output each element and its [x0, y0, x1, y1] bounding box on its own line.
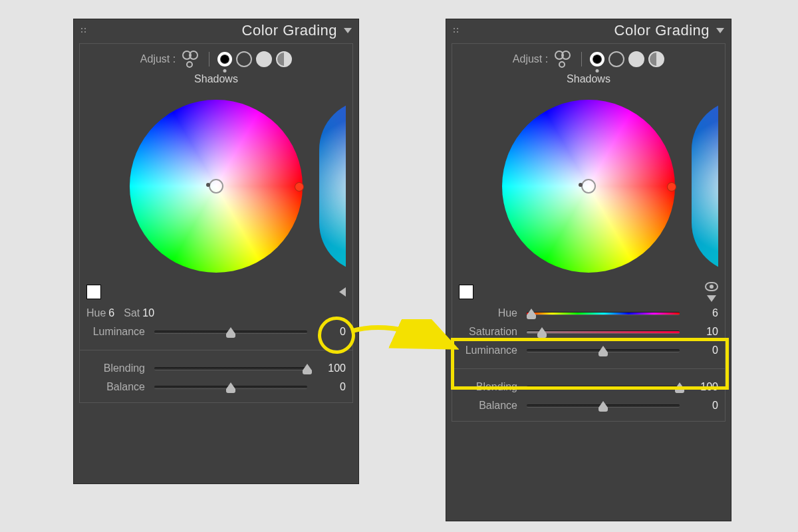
panel-collapse-icon[interactable] — [716, 28, 724, 33]
adjust-mode-global-icon[interactable] — [276, 51, 292, 67]
preview-eye-icon[interactable] — [705, 282, 718, 291]
next-wheel-peek[interactable] — [692, 100, 718, 273]
compact-hue-label: Hue — [86, 307, 106, 319]
balance-slider-row: Balance 0 — [459, 400, 718, 412]
adjust-mode-shadows-icon[interactable] — [590, 52, 604, 66]
color-wheel-area — [86, 93, 346, 279]
adjust-mode-threeway-icon[interactable] — [180, 51, 201, 68]
luminance-slider-row: Luminance 0 — [86, 326, 346, 338]
wheel-color-puck[interactable] — [295, 182, 304, 192]
adjust-mode-midtones-icon[interactable] — [236, 51, 252, 67]
balance-label: Balance — [459, 400, 517, 412]
luminance-slider[interactable] — [527, 349, 680, 352]
saturation-slider[interactable] — [527, 331, 680, 334]
balance-value[interactable]: 0 — [317, 381, 346, 393]
panel-grip-icon[interactable] — [453, 27, 460, 34]
saturation-value[interactable]: 10 — [689, 326, 718, 338]
hue-value[interactable]: 6 — [689, 307, 718, 319]
luminance-slider-row: Luminance 0 — [459, 344, 718, 356]
color-swatch[interactable] — [459, 285, 473, 299]
panel-title: Color Grading — [614, 22, 710, 39]
panel-titlebar: Color Grading — [74, 19, 358, 43]
wheel-center-marker — [581, 179, 596, 194]
adjust-mode-threeway-icon[interactable] — [552, 51, 573, 68]
luminance-label: Luminance — [86, 326, 145, 338]
adjust-mode-highlights-icon[interactable] — [256, 51, 272, 67]
panel-title: Color Grading — [242, 22, 337, 39]
luminance-slider[interactable] — [154, 331, 307, 334]
saturation-slider-row: Saturation 10 — [459, 326, 718, 338]
wheel-color-puck[interactable] — [667, 182, 676, 192]
expand-sliders-icon[interactable] — [339, 287, 346, 297]
next-wheel-peek[interactable] — [319, 100, 346, 273]
hue-slider[interactable] — [527, 312, 680, 315]
blending-slider-row: Blending 100 — [86, 362, 346, 374]
panel-collapse-icon[interactable] — [344, 28, 352, 33]
balance-label: Balance — [86, 381, 145, 393]
adjust-mode-highlights-icon[interactable] — [628, 51, 644, 67]
luminance-label: Luminance — [459, 344, 517, 356]
luminance-value[interactable]: 0 — [317, 326, 346, 338]
tone-section-label: Shadows — [459, 73, 718, 85]
collapse-sliders-icon[interactable] — [707, 295, 716, 302]
balance-slider[interactable] — [527, 404, 680, 408]
balance-slider-row: Balance 0 — [86, 381, 346, 393]
color-swatch[interactable] — [86, 285, 101, 299]
adjust-mode-shadows-icon[interactable] — [217, 52, 232, 66]
color-grading-panel-collapsed: Color Grading Adjust : Shadows — [73, 19, 359, 484]
compact-hue-value[interactable]: 6 — [108, 307, 114, 319]
annotation-arrow — [346, 319, 459, 372]
compact-sat-label: Sat — [124, 307, 140, 319]
blending-slider[interactable] — [154, 367, 307, 370]
compact-sat-value[interactable]: 10 — [142, 307, 154, 319]
blending-label: Blending — [86, 362, 145, 374]
adjust-mode-midtones-icon[interactable] — [608, 51, 624, 67]
wheel-center-marker — [209, 179, 223, 194]
adjust-mode-global-icon[interactable] — [648, 51, 664, 67]
adjust-mode-row: Adjust : — [459, 51, 718, 68]
blending-slider[interactable] — [527, 386, 680, 389]
luminance-value[interactable]: 0 — [689, 344, 718, 356]
color-wheel-area — [459, 93, 718, 279]
blending-value[interactable]: 100 — [689, 381, 718, 393]
color-wheel[interactable] — [130, 100, 303, 273]
balance-slider[interactable] — [154, 386, 307, 389]
hue-label: Hue — [459, 307, 517, 319]
blending-value[interactable]: 100 — [317, 362, 346, 374]
hue-slider-row: Hue 6 — [459, 307, 718, 319]
blending-slider-row: Blending 100 — [459, 381, 718, 393]
color-wheel[interactable] — [502, 100, 675, 273]
balance-value[interactable]: 0 — [689, 400, 718, 412]
adjust-label: Adjust : — [140, 53, 176, 65]
color-grading-panel-expanded: Color Grading Adjust : Shadows — [446, 19, 732, 521]
panel-titlebar: Color Grading — [446, 19, 731, 43]
tone-section-label: Shadows — [86, 73, 346, 85]
adjust-label: Adjust : — [513, 53, 548, 65]
blending-label: Blending — [459, 381, 517, 393]
saturation-label: Saturation — [459, 326, 517, 338]
panel-grip-icon[interactable] — [80, 27, 87, 34]
adjust-mode-row: Adjust : — [86, 51, 346, 68]
